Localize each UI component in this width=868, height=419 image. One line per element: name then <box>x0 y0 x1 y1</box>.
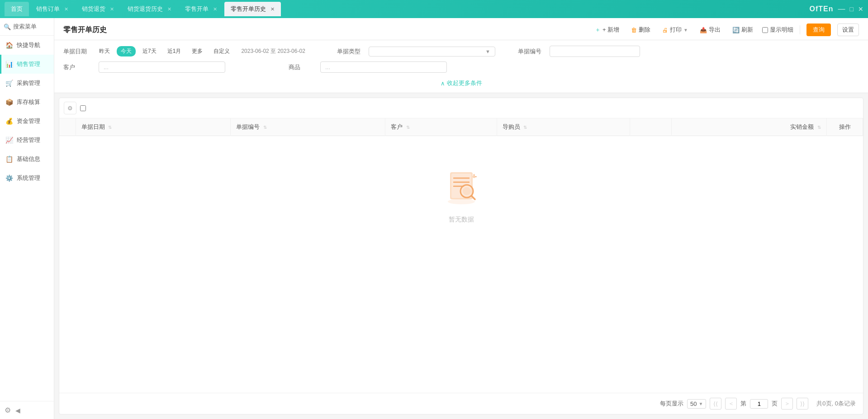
product-placeholder: ... <box>325 64 330 71</box>
sidebar-item-system[interactable]: ⚙️ 系统管理 <box>0 169 54 188</box>
close-icon[interactable]: ✕ <box>213 6 217 12</box>
sidebar-item-sales[interactable]: 📊 销售管理 <box>0 55 54 74</box>
show-detail-label: 显示明细 <box>770 26 793 34</box>
customer-placeholder: ... <box>104 64 109 71</box>
customer-select[interactable]: ... <box>99 61 225 73</box>
tab-sales-return-history-label: 销货退货历史 <box>128 5 163 13</box>
collapse-up-icon: ∧ <box>441 80 445 87</box>
sidebar-item-purchase-label: 采购管理 <box>17 79 40 87</box>
tab-retail-history[interactable]: 零售开单历史 ✕ <box>224 2 281 16</box>
collapse-button[interactable]: ∧ 收起更多条件 <box>441 79 482 87</box>
top-bar: 首页 销售订单 ✕ 销货退货 ✕ 销货退货历史 ✕ 零售开单 ✕ 零售开单历史 … <box>0 0 868 18</box>
finance-icon: 💰 <box>5 117 13 125</box>
date-btn-more[interactable]: 更多 <box>188 46 207 56</box>
th-date-label: 单据日期 <box>81 123 105 130</box>
sidebar-search[interactable]: 🔍 搜索菜单 <box>0 18 54 36</box>
date-btn-1month[interactable]: 近1月 <box>163 46 185 56</box>
select-all-checkbox[interactable] <box>80 105 86 111</box>
delete-button[interactable]: 🗑 删除 <box>628 24 653 36</box>
search-label: 搜索菜单 <box>13 23 37 31</box>
order-no-label: 单据编号 <box>518 47 545 56</box>
th-customer-label: 客户 <box>391 123 403 130</box>
window-controls: OfTEn — □ ✕ <box>810 5 863 13</box>
delete-icon: 🗑 <box>631 27 637 33</box>
close-button[interactable]: ✕ <box>858 5 863 13</box>
sales-icon: 📊 <box>5 60 13 68</box>
per-page-label: 每页显示 <box>660 400 683 408</box>
sort-icon-order-no: ⇅ <box>263 125 267 130</box>
query-button[interactable]: 查询 <box>806 24 831 36</box>
th-customer[interactable]: 客户 ⇅ <box>385 118 497 136</box>
date-btn-7days[interactable]: 近7天 <box>138 46 161 56</box>
column-settings-button[interactable]: ⚙ <box>64 102 76 114</box>
sidebar-bottom: ⚙ ◀ <box>0 401 54 419</box>
sidebar: 🔍 搜索菜单 🏠 快捷导航 📊 销售管理 🛒 采购管理 📦 库存核算 💰 资金管… <box>0 18 54 419</box>
search-icon: 🔍 <box>4 24 11 30</box>
show-detail-checkbox[interactable]: 显示明细 <box>762 26 793 34</box>
sidebar-item-inventory[interactable]: 📦 库存核算 <box>0 93 54 112</box>
th-checkbox <box>59 118 76 136</box>
per-page-select[interactable]: 50 ▼ <box>687 399 706 409</box>
export-button[interactable]: 📤 导出 <box>697 24 723 36</box>
close-icon[interactable]: ✕ <box>64 6 68 12</box>
last-page-button[interactable]: ⟩⟩ <box>797 398 808 410</box>
date-btn-custom[interactable]: 自定义 <box>209 46 234 56</box>
sidebar-item-basic-info[interactable]: 📋 基础信息 <box>0 150 54 169</box>
close-icon[interactable]: ✕ <box>110 6 114 12</box>
order-no-input[interactable] <box>550 46 640 57</box>
tab-home[interactable]: 首页 <box>5 2 29 16</box>
sidebar-item-purchase[interactable]: 🛒 采购管理 <box>0 74 54 93</box>
print-icon: 🖨 <box>662 27 668 33</box>
page-header: 零售开单历史 ＋ + 新增 🗑 删除 🖨 打印 ▼ 📤 导出 <box>54 18 868 40</box>
sidebar-item-quick-nav[interactable]: 🏠 快捷导航 <box>0 36 54 55</box>
collapse-label: 收起更多条件 <box>447 79 482 87</box>
sidebar-collapse-icon[interactable]: ◀ <box>15 407 20 414</box>
th-salesperson[interactable]: 导购员 ⇅ <box>497 118 630 136</box>
tab-sales-return[interactable]: 销货退货 ✕ <box>76 2 120 16</box>
next-page-button[interactable]: ＞ <box>781 398 793 410</box>
th-real-amount[interactable]: 实销金额 ⇅ <box>672 118 827 136</box>
type-select[interactable]: ▼ <box>369 47 495 56</box>
th-date[interactable]: 单据日期 ⇅ <box>76 118 230 136</box>
date-btn-yesterday[interactable]: 昨天 <box>95 46 114 56</box>
brand-name: OfTEn <box>810 5 834 13</box>
minimize-button[interactable]: — <box>838 5 845 13</box>
type-label: 单据类型 <box>337 47 364 56</box>
tab-retail-open[interactable]: 零售开单 ✕ <box>179 2 223 16</box>
data-table: 单据日期 ⇅ 单据编号 ⇅ 客户 ⇅ <box>59 118 863 393</box>
refresh-button[interactable]: 🔄 刷新 <box>730 24 756 36</box>
new-button[interactable]: ＋ + 新增 <box>592 24 622 36</box>
svg-point-0 <box>448 199 475 204</box>
close-icon[interactable]: ✕ <box>270 6 275 12</box>
records-table: 单据日期 ⇅ 单据编号 ⇅ 客户 ⇅ <box>59 118 863 136</box>
th-order-no[interactable]: 单据编号 ⇅ <box>230 118 385 136</box>
print-label: 打印 <box>670 26 682 34</box>
sidebar-item-operations[interactable]: 📈 经营管理 <box>0 131 54 150</box>
maximize-button[interactable]: □ <box>850 5 854 13</box>
print-button[interactable]: 🖨 打印 ▼ <box>659 24 691 36</box>
tab-sales-order-label: 销售订单 <box>36 5 60 13</box>
settings-button[interactable]: 设置 <box>837 24 859 36</box>
purchase-icon: 🛒 <box>5 79 13 87</box>
date-range-display: 2023-06-02 至 2023-06-02 <box>241 47 305 55</box>
date-btn-today[interactable]: 今天 <box>117 46 136 56</box>
page-label: 页 <box>772 400 778 408</box>
first-page-button[interactable]: ⟨⟨ <box>710 398 721 410</box>
sort-icon-date: ⇅ <box>108 125 112 130</box>
sidebar-item-system-label: 系统管理 <box>17 174 40 182</box>
product-select[interactable]: ... <box>320 61 447 73</box>
sidebar-item-finance[interactable]: 💰 资金管理 <box>0 112 54 131</box>
date-label: 单据日期 <box>63 47 90 56</box>
system-icon: ⚙️ <box>5 174 13 182</box>
close-icon[interactable]: ✕ <box>167 6 171 12</box>
table-toolbar: ⚙ <box>59 98 863 118</box>
tab-sales-order[interactable]: 销售订单 ✕ <box>30 2 75 16</box>
prev-page-button[interactable]: ＜ <box>725 398 737 410</box>
tab-bar: 首页 销售订单 ✕ 销货退货 ✕ 销货退货历史 ✕ 零售开单 ✕ 零售开单历史 … <box>5 2 810 16</box>
current-page-input[interactable] <box>750 399 768 409</box>
sidebar-settings-icon[interactable]: ⚙ <box>5 406 11 414</box>
th-amount[interactable] <box>630 118 672 136</box>
detail-checkbox-input[interactable] <box>762 27 768 33</box>
tab-sales-return-history[interactable]: 销货退货历史 ✕ <box>121 2 178 16</box>
sort-icon-salesperson: ⇅ <box>523 125 527 130</box>
